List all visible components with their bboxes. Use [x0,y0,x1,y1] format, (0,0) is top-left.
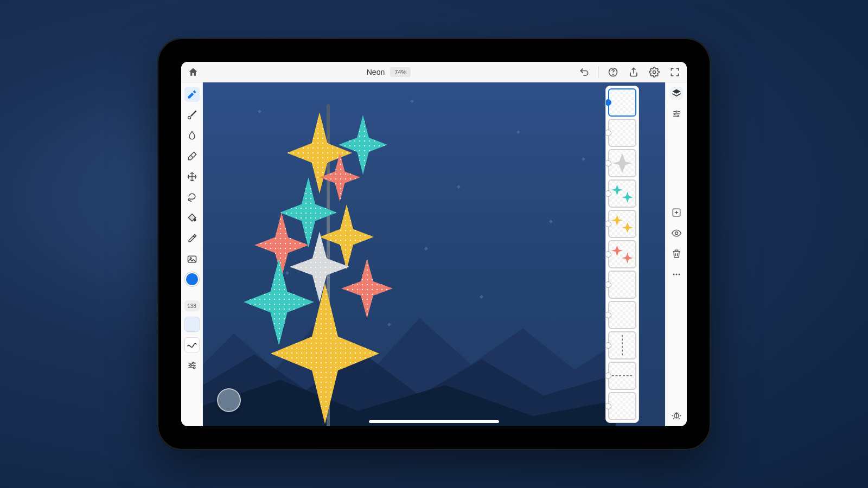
svg-point-1 [612,74,613,74]
color-swatch[interactable] [185,272,199,286]
smudge-tool[interactable] [184,128,200,143]
more-icon[interactable] [670,268,683,281]
fill-tool[interactable] [184,210,200,226]
layer-thumb[interactable] [608,149,636,177]
undo-button[interactable] [578,66,591,79]
settings-button[interactable] [648,66,661,79]
layer-visibility-dot[interactable] [605,99,611,106]
stroke-preview[interactable] [184,337,200,352]
svg-point-17 [675,274,677,275]
svg-point-2 [653,70,656,73]
delete-icon[interactable] [670,247,683,260]
home-indicator [369,420,499,423]
svg-point-15 [675,232,678,235]
lasso-tool[interactable] [184,190,200,205]
zoom-badge[interactable]: 74% [390,67,411,77]
layer-thumb[interactable] [608,88,636,117]
layer-thumb[interactable] [608,240,636,268]
layer-thumb[interactable] [608,392,636,420]
home-button[interactable] [187,66,200,79]
tablet-device: Neon 74% [157,38,711,450]
share-button[interactable] [627,66,640,79]
layer-thumb[interactable] [608,362,636,390]
document-title: Neon [367,68,385,76]
right-rail [665,82,687,426]
layer-thumb[interactable] [608,119,636,147]
layer-thumb[interactable] [608,210,636,238]
transform-tool[interactable] [184,169,200,184]
svg-point-12 [674,113,675,115]
divider [598,66,599,78]
help-button[interactable] [607,66,620,79]
layers-panel [605,86,639,423]
sparkle-diamond [339,115,387,175]
artwork-canvas[interactable] [203,82,665,426]
layer-visibility-dot[interactable] [605,130,611,136]
layer-thumb[interactable] [608,271,636,299]
add-layer-icon[interactable] [670,206,683,219]
layer-thumb[interactable] [608,179,636,208]
layer-visibility-dot[interactable] [605,312,611,318]
app-screen: Neon 74% [181,62,687,426]
svg-point-7 [189,364,191,366]
svg-point-6 [192,362,194,364]
layer-visibility-dot[interactable] [605,403,611,409]
layer-properties-icon[interactable] [670,107,683,120]
svg-point-16 [673,274,674,275]
layer-thumb[interactable] [608,301,636,329]
svg-point-18 [678,274,680,275]
brush-size-chip[interactable]: 138 [184,300,200,311]
image-tool[interactable] [184,252,200,267]
layer-thumb[interactable] [608,331,636,359]
svg-point-3 [188,199,190,201]
left-toolbar: 138 [181,82,203,426]
texture-chip[interactable] [184,317,200,332]
touch-shortcut[interactable] [217,388,241,412]
eyedropper-tool[interactable] [184,231,200,246]
brush-tool[interactable] [184,107,200,123]
fullscreen-button[interactable] [668,66,681,79]
pixel-brush-tool[interactable] [184,87,200,102]
canvas-area[interactable] [203,82,665,426]
svg-point-13 [678,115,679,117]
visibility-icon[interactable] [670,227,683,240]
top-bar: Neon 74% [181,62,687,82]
svg-point-8 [193,367,195,369]
eraser-tool[interactable] [184,149,200,164]
brush-settings[interactable] [184,358,200,373]
bug-icon[interactable] [670,409,683,422]
layers-icon[interactable] [670,87,683,100]
layer-visibility-dot[interactable] [605,281,611,288]
svg-point-11 [675,111,677,113]
